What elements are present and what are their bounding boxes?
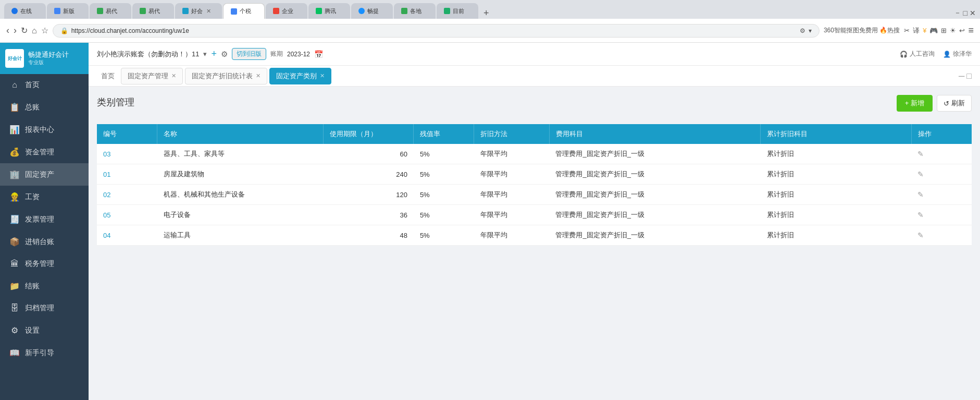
sidebar-item-general[interactable]: 📋 总账 bbox=[0, 96, 89, 118]
cell-name: 电子设备 bbox=[157, 205, 323, 225]
refresh-btn[interactable]: ↺ 刷新 bbox=[937, 95, 972, 112]
sidebar-item-label-general: 总账 bbox=[25, 103, 40, 112]
cell-method: 年限平均 bbox=[474, 185, 550, 205]
col-header-action: 操作 bbox=[911, 124, 972, 144]
edit-btn-2[interactable]: ✎ bbox=[917, 190, 924, 199]
sidebar-item-payroll[interactable]: 👷 工资 bbox=[0, 186, 89, 208]
sidebar-item-guide[interactable]: 📖 新手引导 bbox=[0, 342, 89, 364]
breadcrumb-home[interactable]: 首页 bbox=[97, 67, 119, 85]
edit-btn-3[interactable]: ✎ bbox=[917, 211, 924, 219]
sidebar-item-fund[interactable]: 💰 资金管理 bbox=[0, 141, 89, 163]
sidebar-item-report[interactable]: 📊 报表中心 bbox=[0, 118, 89, 141]
tab-close-haohui[interactable]: ✕ bbox=[206, 8, 211, 15]
wallet-icon[interactable]: ¥ bbox=[923, 27, 926, 34]
tab-close-management[interactable]: ✕ bbox=[171, 72, 176, 79]
browser-tab-mianqian[interactable]: 目前 bbox=[437, 3, 478, 19]
browser-tab-changti[interactable]: 畅提 bbox=[351, 3, 393, 19]
address-bar-container: 🔒 ⚙ ▾ bbox=[53, 24, 820, 38]
nav-forward[interactable]: › bbox=[14, 25, 17, 36]
col-header-rate: 残值率 bbox=[414, 124, 474, 144]
browser-tab-gedi[interactable]: 各地 bbox=[394, 3, 436, 19]
sidebar-item-invoice[interactable]: 🧾 发票管理 bbox=[0, 208, 89, 231]
add-account-btn[interactable]: + bbox=[211, 49, 217, 59]
sidebar-item-label-payroll: 工资 bbox=[25, 192, 40, 202]
add-category-btn[interactable]: + 新增 bbox=[897, 95, 933, 112]
maximize-panel-btn[interactable]: □ bbox=[966, 71, 972, 81]
cell-code: 03 bbox=[97, 144, 157, 164]
new-tab-button[interactable]: + bbox=[479, 8, 493, 19]
translate-icon[interactable]: 译 bbox=[913, 26, 920, 35]
archive-icon: 🗄 bbox=[9, 304, 20, 313]
search-bar: 360智能抠图免费用 🔥热搜 bbox=[824, 26, 900, 35]
undo-icon[interactable]: ↩ bbox=[959, 27, 965, 34]
dropdown-icon[interactable]: ▾ bbox=[203, 50, 207, 58]
cell-expense: 管理费用_固定资产折旧_一级 bbox=[549, 164, 760, 185]
sidebar-item-closing[interactable]: 📁 结账 bbox=[0, 275, 89, 297]
sidebar-item-tax[interactable]: 🏛 税务管理 bbox=[0, 253, 89, 275]
settings-icon: ⚙ bbox=[9, 325, 20, 335]
sidebar-item-home[interactable]: ⌂ 首页 bbox=[0, 74, 89, 96]
cell-name: 房屋及建筑物 bbox=[157, 164, 323, 185]
sidebar-item-settings[interactable]: ⚙ 设置 bbox=[0, 319, 89, 342]
browser-tab-geshu[interactable]: 个税 bbox=[223, 3, 265, 19]
address-input[interactable] bbox=[71, 27, 797, 34]
col-header-code: 编号 bbox=[97, 124, 157, 144]
settings-account-btn[interactable]: ⚙ bbox=[221, 50, 228, 59]
tab-fixed-asset-stats[interactable]: 固定资产折旧统计表 ✕ bbox=[185, 68, 267, 84]
cell-rate: 5% bbox=[414, 144, 474, 164]
cell-months: 60 bbox=[323, 144, 414, 164]
browser-tab-qiye[interactable]: 企业 bbox=[266, 3, 307, 19]
cell-accum: 累计折旧 bbox=[761, 164, 911, 185]
sidebar-item-stock[interactable]: 📦 进销台账 bbox=[0, 231, 89, 253]
grid-icon[interactable]: ⊞ bbox=[941, 27, 947, 34]
page-title: 类别管理 bbox=[97, 96, 134, 108]
browser-tab-yidai2[interactable]: 易代 bbox=[132, 3, 174, 19]
calendar-icon[interactable]: 📅 bbox=[314, 50, 323, 58]
sidebar-item-label-tax: 税务管理 bbox=[25, 259, 54, 269]
tab-fixed-asset-category[interactable]: 固定资产类别 ✕ bbox=[269, 68, 331, 84]
cell-code: 04 bbox=[97, 225, 157, 246]
cell-accum: 累计折旧 bbox=[761, 185, 911, 205]
game-icon[interactable]: 🎮 bbox=[929, 27, 938, 34]
headset-icon: 🎧 bbox=[900, 51, 908, 58]
browser-tab-haohui[interactable]: 好会 ✕ bbox=[175, 3, 222, 19]
expand-icon[interactable]: ▾ bbox=[809, 27, 812, 34]
cell-action: ✎ bbox=[911, 205, 972, 225]
edit-btn-1[interactable]: ✎ bbox=[917, 170, 924, 178]
cell-action: ✎ bbox=[911, 144, 972, 164]
switch-version-btn[interactable]: 切到旧版 bbox=[232, 48, 266, 60]
tab-fixed-asset-management[interactable]: 固定资产管理 ✕ bbox=[121, 68, 183, 84]
nav-bookmark[interactable]: ☆ bbox=[41, 26, 48, 35]
menu-icon[interactable]: ≡ bbox=[968, 25, 974, 36]
tab-close-stats[interactable]: ✕ bbox=[256, 72, 260, 79]
browser-tab-xinban[interactable]: 新版 bbox=[47, 3, 89, 19]
sidebar-item-label-settings: 设置 bbox=[25, 326, 40, 335]
nav-home[interactable]: ⌂ bbox=[32, 26, 37, 35]
asset-icon: 🏢 bbox=[9, 169, 20, 179]
table-row: 01 房屋及建筑物 240 5% 年限平均 管理费用_固定资产折旧_一级 累计折… bbox=[97, 164, 972, 185]
col-header-name: 名称 bbox=[157, 124, 323, 144]
browser-tab-yidai1[interactable]: 易代 bbox=[90, 3, 131, 19]
cut-icon[interactable]: ✂ bbox=[904, 27, 910, 34]
cell-code: 02 bbox=[97, 185, 157, 205]
window-minimize[interactable]: － bbox=[954, 8, 961, 18]
window-maximize[interactable]: □ bbox=[963, 9, 967, 17]
cell-accum: 累计折旧 bbox=[761, 225, 911, 246]
site-info-icon[interactable]: ⚙ bbox=[800, 27, 805, 34]
window-close[interactable]: ✕ bbox=[970, 9, 976, 17]
edit-btn-0[interactable]: ✎ bbox=[917, 150, 924, 158]
edit-btn-4[interactable]: ✎ bbox=[917, 231, 924, 239]
minimize-panel-btn[interactable]: ─ bbox=[959, 71, 964, 81]
table-row: 04 运输工具 48 5% 年限平均 管理费用_固定资产折旧_一级 累计折旧 ✎ bbox=[97, 225, 972, 246]
user-info[interactable]: 👤 徐泽华 bbox=[943, 50, 972, 58]
sidebar-item-archive[interactable]: 🗄 归档管理 bbox=[0, 297, 89, 319]
support-btn[interactable]: 🎧 人工咨询 bbox=[900, 50, 935, 58]
browser-tab-zaixin[interactable]: 在线 bbox=[4, 3, 46, 19]
nav-refresh[interactable]: ↻ bbox=[21, 26, 28, 35]
brightness-icon[interactable]: ☀ bbox=[950, 27, 956, 34]
nav-back[interactable]: ‹ bbox=[6, 25, 9, 36]
sidebar-item-fixed-asset[interactable]: 🏢 固定资产 bbox=[0, 163, 89, 186]
browser-tab-tengxun[interactable]: 腾讯 bbox=[308, 3, 350, 19]
tab-close-category[interactable]: ✕ bbox=[320, 72, 325, 79]
breadcrumb-tabs: 首页 固定资产管理 ✕ 固定资产折旧统计表 ✕ 固定资产类别 ✕ ─ □ bbox=[89, 66, 980, 87]
